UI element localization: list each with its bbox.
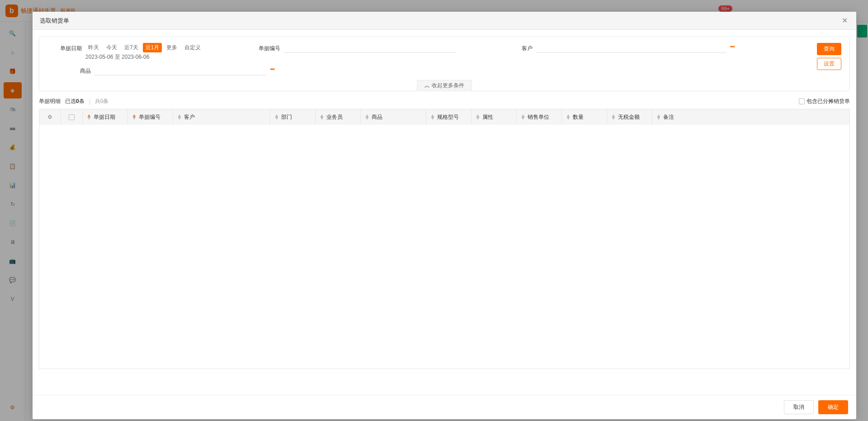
product-more-icon[interactable]: ••• (270, 66, 274, 73)
chevron-up-icon: ︽ (425, 82, 430, 89)
filter-panel: 单据日期 昨天 今天 近7天 近1月 更多 自定义 2023-05-06 至 (39, 36, 850, 91)
doc-no-label: 单据编号 (249, 43, 280, 52)
col-sales[interactable]: ▲▼业务员 (316, 109, 361, 125)
include-shipped-checkbox[interactable]: 包含已分摊销货单 (799, 98, 850, 105)
table-body-empty (39, 125, 849, 369)
col-amount[interactable]: ▲▼无税金额 (607, 109, 652, 125)
col-date[interactable]: ▲▼单据日期 (83, 109, 128, 125)
column-settings-icon[interactable]: ⚙ (39, 109, 61, 125)
product-input[interactable] (94, 65, 266, 75)
col-doc-no[interactable]: ▲▼单据编号 (128, 109, 173, 125)
results-table: ⚙ ▲▼单据日期 ▲▼单据编号 ▲▼客户 ▲▼部门 ▲▼业务员 ▲▼商品 ▲▼规… (39, 109, 850, 369)
select-all-checkbox[interactable] (61, 109, 83, 125)
date-sep: 至 (115, 54, 120, 60)
modal-title: 选取销货单 (40, 17, 69, 25)
date-tab-yesterday[interactable]: 昨天 (85, 43, 102, 52)
date-to: 2023-06-06 (122, 54, 149, 60)
checkbox-icon[interactable] (799, 98, 805, 104)
date-tab-7days[interactable]: 近7天 (122, 43, 141, 52)
date-tab-1month[interactable]: 近1月 (143, 43, 162, 52)
date-tab-custom[interactable]: 自定义 (182, 43, 203, 52)
col-unit[interactable]: ▲▼销售单位 (517, 109, 562, 125)
confirm-button[interactable]: 确定 (818, 400, 848, 414)
date-from: 2023-05-06 (85, 54, 113, 60)
date-label: 单据日期 (50, 43, 82, 52)
col-customer[interactable]: ▲▼客户 (173, 109, 270, 125)
date-tab-more[interactable]: 更多 (164, 43, 180, 52)
col-dept[interactable]: ▲▼部门 (270, 109, 316, 125)
col-note[interactable]: ▲▼备注 (652, 109, 849, 125)
collapse-label: 收起更多条件 (432, 82, 464, 89)
date-tab-today[interactable]: 今天 (104, 43, 120, 52)
col-attr[interactable]: ▲▼属性 (472, 109, 517, 125)
include-shipped-label: 包含已分摊销货单 (807, 98, 850, 105)
col-product[interactable]: ▲▼商品 (361, 109, 426, 125)
detail-title: 单据明细 (39, 98, 61, 105)
sep: | (89, 98, 90, 105)
selected-count: 已选0条 (65, 98, 85, 105)
settings-button[interactable]: 设置 (817, 58, 841, 70)
customer-label: 客户 (501, 43, 533, 52)
customer-more-icon[interactable]: ••• (730, 44, 735, 50)
close-icon[interactable]: ✕ (840, 16, 849, 25)
col-qty[interactable]: ▲▼数量 (562, 109, 607, 125)
doc-no-input[interactable] (284, 43, 456, 53)
query-button[interactable]: 查询 (817, 43, 841, 55)
total-count: 共0条 (95, 98, 109, 105)
customer-input[interactable] (536, 43, 726, 53)
date-range-display: 2023-05-06 至 2023-06-06 (85, 53, 203, 61)
collapse-filters-button[interactable]: ︽ 收起更多条件 (417, 80, 472, 91)
horizontal-scrollbar[interactable] (39, 369, 850, 375)
date-range-tabs: 昨天 今天 近7天 近1月 更多 自定义 (85, 43, 203, 52)
select-sales-order-modal: 选取销货单 ✕ 单据日期 昨天 今天 近7天 近1月 更多 自定义 (33, 12, 856, 419)
product-label: 商品 (50, 65, 91, 75)
cancel-button[interactable]: 取消 (784, 400, 814, 414)
col-spec[interactable]: ▲▼规格型号 (426, 109, 472, 125)
